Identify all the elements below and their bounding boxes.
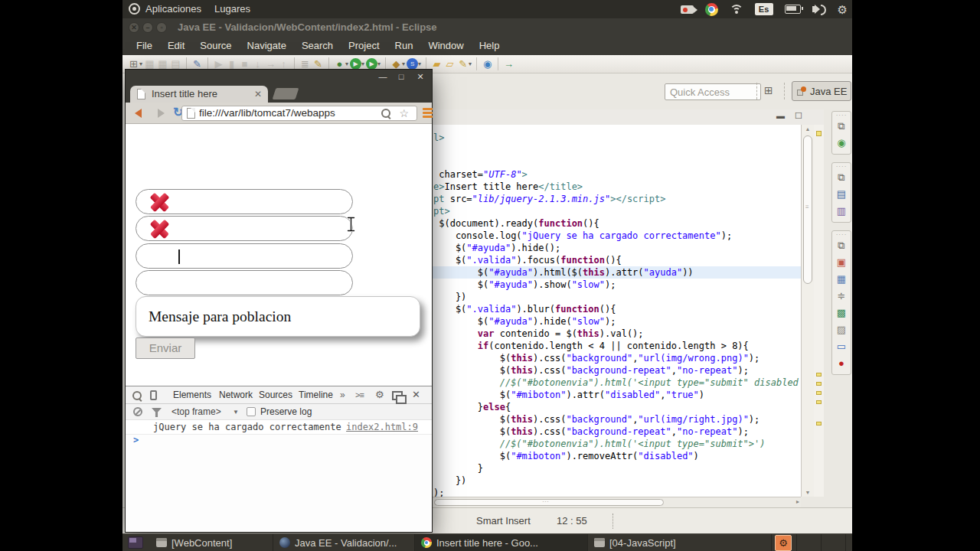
frame-selector[interactable]: <top frame> <box>172 404 221 420</box>
battery-icon[interactable] <box>785 5 801 14</box>
code-line[interactable]: e>Insert title here</title> <box>433 181 799 193</box>
new-tab-button[interactable] <box>273 88 299 99</box>
occurrence-marker[interactable] <box>816 400 822 404</box>
new-service-dropdown-icon[interactable]: ▾ <box>418 60 421 67</box>
tab-sources[interactable]: Sources <box>259 386 292 403</box>
session-gear-icon[interactable]: ⚙ <box>838 3 848 16</box>
code-line[interactable]: $("#ayuda").show("slow"); <box>433 279 799 291</box>
tab-network[interactable]: Network <box>219 386 253 403</box>
code-line[interactable]: $("#miboton").attr("disabled","true") <box>433 389 799 401</box>
code-line[interactable]: }) <box>433 474 799 487</box>
code-line[interactable]: $("#ayuda").hide("slow"); <box>433 315 799 328</box>
open-folder-icon[interactable]: ▱ <box>443 57 456 70</box>
preview-view-icon[interactable]: ▨ <box>832 321 851 338</box>
code-line[interactable]: $(this).css("background","url(img/right.… <box>433 413 799 425</box>
open-perspective-icon[interactable]: ⊞ <box>764 84 773 96</box>
code-line[interactable]: $("#ayuda").html($(this).attr("ayuda")) <box>431 266 801 279</box>
tab-close-icon[interactable]: ✕ <box>254 86 262 103</box>
chrome-tray-icon[interactable] <box>705 3 718 16</box>
code-line[interactable]: $("#miboton").removeAttr("disabled") <box>433 450 799 462</box>
taskbar-item-webcontent[interactable]: [WebContent] <box>150 534 273 551</box>
code-line[interactable]: $("#ayuda").hide(); <box>433 242 799 254</box>
code-line[interactable]: var contenido = $(this).val(); <box>433 328 799 340</box>
menu-search[interactable]: Search <box>294 37 341 55</box>
submit-button-disabled[interactable]: Enviar <box>136 337 195 359</box>
code-line[interactable]: }) <box>433 291 799 303</box>
restore-view-icon[interactable]: ⧉ <box>832 118 851 135</box>
occurrence-marker[interactable] <box>816 382 822 386</box>
form-input-3-focused[interactable] <box>136 243 353 269</box>
palette2-view-icon[interactable]: ▩ <box>832 305 851 321</box>
code-line[interactable]: $(".valida").blur(function(){ <box>433 303 799 315</box>
code-line[interactable]: } <box>433 462 799 474</box>
browser-close-icon[interactable]: ✕ <box>414 70 426 83</box>
horizontal-scroll-thumb[interactable] <box>434 499 664 506</box>
restore-view-icon[interactable]: ⧉ <box>832 237 851 254</box>
occurrence-marker[interactable] <box>816 422 822 425</box>
form-input-1[interactable] <box>136 189 353 214</box>
code-line[interactable]: $(this).css("background-repeat","no-repe… <box>433 425 799 438</box>
annotate-dropdown-icon[interactable]: ▾ <box>469 60 472 67</box>
device-mode-icon[interactable] <box>150 390 157 400</box>
code-line[interactable]: ); <box>433 487 799 497</box>
browser-menu-icon[interactable] <box>423 108 433 119</box>
code-line[interactable]: //$("#botonenvia").html('<input type="su… <box>433 438 799 450</box>
screencast-icon[interactable] <box>681 5 694 14</box>
restore-view-icon[interactable]: ⧉ <box>832 169 851 186</box>
outline-view-icon[interactable]: ▤ <box>832 186 851 203</box>
console-source-link[interactable]: index2.html:9 <box>346 420 418 434</box>
inspect-element-icon[interactable] <box>132 391 142 400</box>
frame-selector-dropdown-icon[interactable]: ▼ <box>233 404 239 420</box>
menu-source[interactable]: Source <box>192 37 239 55</box>
menu-navigate[interactable]: Navigate <box>240 37 294 55</box>
form-input-2[interactable] <box>136 216 353 241</box>
taskbar-item-eclipse[interactable]: Java EE - Validacion/... <box>273 534 415 551</box>
jsf-tools-view-icon[interactable]: ▣ <box>832 254 851 271</box>
dock-side-icon[interactable] <box>392 391 403 400</box>
maximize-editor-icon[interactable]: ☐ <box>795 111 802 121</box>
snippets-view-icon[interactable]: ▥ <box>832 203 851 220</box>
keyboard-layout-indicator[interactable]: Es <box>755 3 773 15</box>
tab-elements[interactable]: Elements <box>173 386 211 403</box>
new-wizard-dropdown-icon[interactable]: ▾ <box>139 60 142 67</box>
console-view-icon[interactable]: ▭ <box>832 338 851 355</box>
occurrence-marker[interactable] <box>816 391 822 395</box>
menu-edit[interactable]: Edit <box>160 37 192 55</box>
browser-minimize-icon[interactable]: — <box>377 70 389 83</box>
properties-view-icon[interactable]: ▦ <box>832 271 851 288</box>
taskbar-item-javascript-folder[interactable]: [04-JavaScript] <box>588 534 772 551</box>
run-external-icon[interactable]: ▶ <box>366 58 377 70</box>
new-service-icon[interactable]: S <box>407 58 418 70</box>
editor-vertical-scrollbar[interactable]: ▲ ▼ <box>801 125 814 497</box>
code-line[interactable]: $(document).ready(function(){ <box>433 217 799 230</box>
run-on-server-icon[interactable]: → <box>502 57 515 70</box>
tab-timeline[interactable]: Timeline <box>299 386 333 403</box>
problems-view-icon[interactable]: ● <box>832 355 851 372</box>
code-line[interactable] <box>433 144 799 156</box>
menu-lugares[interactable]: Lugares <box>211 0 253 18</box>
back-icon[interactable] <box>135 109 142 118</box>
code-line[interactable]: //$("#botonenvia").html('<input type="su… <box>433 377 799 389</box>
run-icon[interactable]: ▶ <box>350 58 361 70</box>
address-bar[interactable]: file:///var/lib/tomcat7/webapps ☆ <box>181 106 417 121</box>
occurrence-marker[interactable] <box>816 373 822 377</box>
menu-aplicaciones[interactable]: Aplicaciones <box>142 0 204 18</box>
code-line[interactable] <box>433 156 799 168</box>
menu-project[interactable]: Project <box>341 37 387 55</box>
volume-icon[interactable] <box>812 4 826 15</box>
code-line[interactable]: $(this).css("background-repeat","no-repe… <box>433 364 799 377</box>
annotation-marker[interactable] <box>816 131 822 136</box>
filter-icon[interactable] <box>152 408 162 417</box>
forward-icon[interactable] <box>158 109 165 118</box>
code-line[interactable]: $(this).css("background","url(img/wrong.… <box>433 352 799 364</box>
wifi-icon[interactable] <box>730 4 743 15</box>
filters-view-icon[interactable]: ≑ <box>832 288 851 305</box>
devtools-settings-icon[interactable]: ⚙ <box>375 386 384 403</box>
bookmark-star-icon[interactable]: ☆ <box>399 106 409 120</box>
maximize-window-icon[interactable]: ▫ <box>156 22 167 33</box>
editor-horizontal-scrollbar[interactable]: ▸ <box>431 497 801 507</box>
code-line[interactable]: pt> <box>433 205 799 217</box>
menu-window[interactable]: Window <box>420 37 471 55</box>
run-external-dropdown-icon[interactable]: ▾ <box>377 60 381 67</box>
devtools-close-icon[interactable]: ✕ <box>412 386 420 403</box>
